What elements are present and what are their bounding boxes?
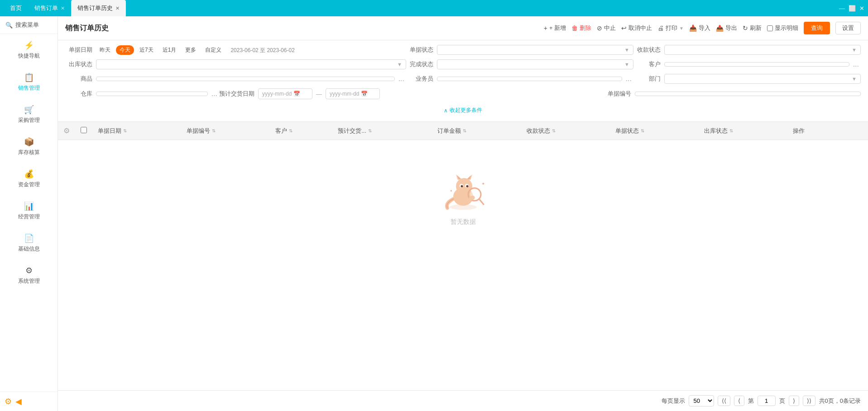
export-btn[interactable]: 📤 导出 bbox=[716, 24, 737, 32]
empty-illustration: ✦ ✦ bbox=[436, 167, 490, 213]
filter-out-status-label: 出库状态 bbox=[65, 60, 92, 68]
select-all-checkbox[interactable] bbox=[81, 127, 87, 133]
sidebar-item-sys-mgmt[interactable]: ⚙ 系统管理 bbox=[0, 259, 58, 291]
total-records-label: 共0页，0条记录 bbox=[819, 397, 861, 405]
date-tag-today[interactable]: 今天 bbox=[116, 45, 134, 55]
date-tag-7days[interactable]: 近7天 bbox=[136, 45, 157, 55]
th-bill-status[interactable]: 单据状态 ⇅ bbox=[610, 122, 699, 140]
purchase-mgmt-icon: 🛒 bbox=[24, 105, 34, 115]
sidebar-settings-icon[interactable]: ⚙ bbox=[5, 396, 12, 406]
close-btn[interactable]: ✕ bbox=[859, 5, 864, 12]
stop-btn[interactable]: ⊘ 中止 bbox=[597, 24, 616, 32]
salesperson-ellipsis-btn[interactable]: ... bbox=[624, 75, 633, 83]
refresh-icon: ↻ bbox=[743, 24, 748, 32]
customer-ellipsis-btn[interactable]: ... bbox=[851, 60, 861, 68]
th-expected-date[interactable]: 预计交货... ⇅ bbox=[332, 122, 432, 140]
print-btn[interactable]: 🖨 打印 ▼ bbox=[657, 24, 684, 32]
filter-dept: 部门 ▼ bbox=[633, 74, 861, 84]
restore-btn[interactable]: ⬜ bbox=[849, 5, 856, 12]
query-button[interactable]: 查询 bbox=[804, 22, 830, 34]
tab-sales-order-close[interactable]: ✕ bbox=[61, 5, 65, 11]
bill-no-input[interactable] bbox=[635, 92, 861, 96]
filter-row-2: 出库状态 ▼ 完成状态 ▼ 客户 bbox=[65, 59, 861, 69]
warehouse-ellipsis-btn[interactable]: ... bbox=[210, 90, 219, 98]
page-size-select[interactable]: 50 10 20 100 bbox=[689, 395, 714, 406]
th-receipt-status-label: 收款状态 bbox=[527, 127, 550, 135]
display-cols-checkbox[interactable] bbox=[767, 25, 773, 31]
calendar-from-icon[interactable]: 📅 bbox=[293, 91, 300, 97]
th-bill-date[interactable]: 单据日期 ⇅ bbox=[92, 122, 181, 140]
prev-page-btn[interactable]: ⟨ bbox=[734, 396, 744, 406]
date-tag-custom[interactable]: 自定义 bbox=[201, 45, 225, 55]
window-controls: — ⬜ ✕ bbox=[839, 5, 864, 12]
out-status-select[interactable]: ▼ bbox=[96, 59, 406, 69]
column-settings-icon[interactable]: ⚙ bbox=[63, 127, 70, 135]
sidebar-item-basic-info[interactable]: 📄 基础信息 bbox=[0, 227, 58, 259]
date-tag-more[interactable]: 更多 bbox=[182, 45, 200, 55]
sidebar-item-purchase-mgmt-label: 采购管理 bbox=[18, 116, 40, 124]
warehouse-input[interactable] bbox=[96, 92, 208, 96]
sidebar-item-operations[interactable]: 📊 经营管理 bbox=[0, 195, 58, 227]
expected-date-from-input[interactable]: yyyy-mm-dd 📅 bbox=[258, 88, 312, 99]
svg-point-2 bbox=[456, 178, 472, 194]
filter-salesperson: 业务员 ... bbox=[406, 75, 633, 83]
sidebar-item-inventory[interactable]: 📦 库存核算 bbox=[0, 131, 58, 163]
cancel-stop-icon: ↩ bbox=[621, 24, 627, 32]
tab-sales-order[interactable]: 销售订单 ✕ bbox=[28, 0, 71, 16]
display-cols-toggle[interactable]: 显示明细 bbox=[767, 24, 798, 32]
date-tag-yesterday[interactable]: 昨天 bbox=[96, 45, 114, 55]
salesperson-input[interactable] bbox=[437, 77, 622, 81]
expected-date-to-input[interactable]: yyyy-mm-dd 📅 bbox=[326, 88, 380, 99]
filter-warehouse-label: 仓库 bbox=[65, 90, 92, 98]
complete-status-select[interactable]: ▼ bbox=[437, 59, 633, 69]
minimize-btn[interactable]: — bbox=[839, 5, 845, 12]
sidebar: 🔍 搜索菜单 ⚡ 快捷导航 📋 销售管理 🛒 采购管理 📦 库存核算 💰 资金管… bbox=[0, 16, 58, 411]
bill-date-sort-icon: ⇅ bbox=[123, 128, 127, 133]
import-btn[interactable]: 📥 导入 bbox=[689, 24, 710, 32]
page-number-input[interactable] bbox=[758, 396, 776, 406]
cancel-stop-btn[interactable]: ↩ 取消中止 bbox=[621, 24, 652, 32]
last-page-btn[interactable]: ⟩⟩ bbox=[803, 396, 815, 406]
sidebar-item-finance[interactable]: 💰 资金管理 bbox=[0, 163, 58, 195]
th-amount[interactable]: 订单金额 ⇅ bbox=[432, 122, 521, 140]
delete-btn[interactable]: 🗑 删除 bbox=[571, 24, 591, 32]
first-page-btn[interactable]: ⟨⟨ bbox=[718, 396, 730, 406]
empty-state-row: ✦ ✦ 暂无数据 bbox=[58, 140, 868, 254]
stop-icon: ⊘ bbox=[597, 24, 602, 32]
tab-sales-order-history-close[interactable]: ✕ bbox=[115, 5, 120, 11]
sidebar-search[interactable]: 🔍 搜索菜单 bbox=[0, 16, 58, 34]
calendar-to-icon[interactable]: 📅 bbox=[361, 91, 368, 97]
settings-button[interactable]: 设置 bbox=[835, 22, 861, 34]
new-btn[interactable]: + + 新增 bbox=[544, 24, 566, 32]
sidebar-item-quick-nav[interactable]: ⚡ 快捷导航 bbox=[0, 34, 58, 66]
date-tag-1month[interactable]: 近1月 bbox=[159, 45, 180, 55]
next-page-btn[interactable]: ⟩ bbox=[789, 396, 799, 406]
svg-text:✦: ✦ bbox=[450, 189, 453, 193]
th-receipt-status[interactable]: 收款状态 ⇅ bbox=[521, 122, 610, 140]
th-customer[interactable]: 客户 ⇅ bbox=[270, 122, 332, 140]
tab-sales-order-history[interactable]: 销售订单历史 ✕ bbox=[71, 0, 126, 16]
filter-bill-status-label: 单据状态 bbox=[406, 46, 433, 54]
th-bill-no[interactable]: 单据编号 ⇅ bbox=[181, 122, 270, 140]
sidebar-collapse-icon[interactable]: ◀ bbox=[15, 396, 22, 406]
refresh-btn[interactable]: ↻ 刷新 bbox=[743, 24, 762, 32]
receipt-status-select[interactable]: ▼ bbox=[664, 45, 861, 55]
th-out-status-label: 出库状态 bbox=[704, 127, 728, 135]
bill-status-select[interactable]: ▼ bbox=[437, 45, 633, 55]
sidebar-item-sales-mgmt[interactable]: 📋 销售管理 bbox=[0, 66, 58, 98]
new-btn-label: + 新增 bbox=[549, 24, 566, 32]
tab-home[interactable]: 首页 bbox=[4, 0, 28, 16]
sidebar-item-purchase-mgmt[interactable]: 🛒 采购管理 bbox=[0, 98, 58, 131]
goods-input[interactable] bbox=[96, 77, 395, 81]
expected-date-to-placeholder: yyyy-mm-dd bbox=[330, 91, 359, 97]
page-header: 销售订单历史 + + 新增 🗑 删除 ⊘ 中止 ↩ 取消中止 bbox=[58, 16, 868, 40]
dept-select[interactable]: ▼ bbox=[664, 74, 861, 84]
goods-ellipsis-btn[interactable]: ... bbox=[397, 75, 406, 83]
collapse-bar[interactable]: ∧ 收起更多条件 bbox=[65, 104, 861, 117]
th-out-status[interactable]: 出库状态 ⇅ bbox=[699, 122, 787, 140]
filter-complete-status-label: 完成状态 bbox=[406, 60, 433, 68]
customer-input[interactable] bbox=[664, 62, 849, 67]
display-cols-label: 显示明细 bbox=[775, 24, 798, 32]
filter-row-4: 仓库 ... 预计交货日期 yyyy-mm-dd 📅 — bbox=[65, 88, 861, 99]
expected-date-from-placeholder: yyyy-mm-dd bbox=[262, 91, 292, 97]
